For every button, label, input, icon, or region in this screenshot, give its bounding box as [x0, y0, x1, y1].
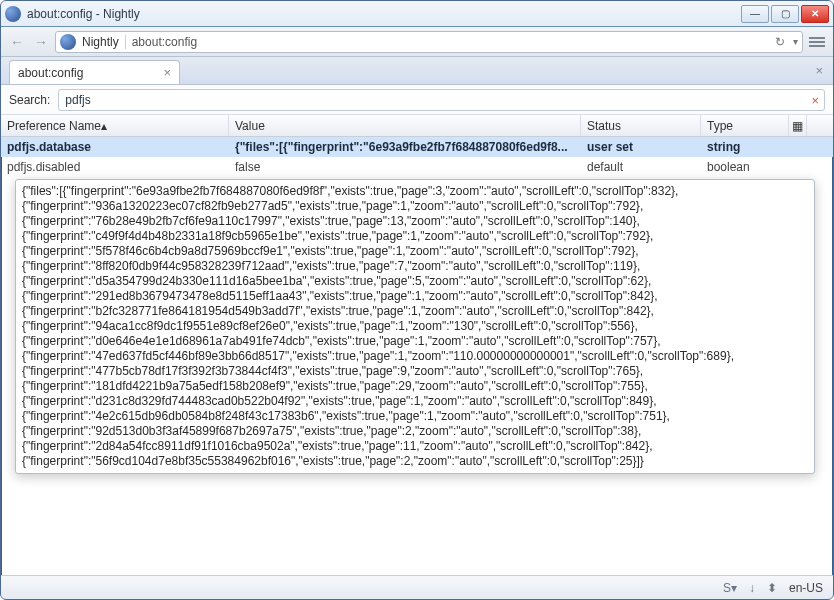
minimize-button[interactable]: — — [741, 5, 769, 23]
cell-status: user set — [581, 138, 701, 156]
urlbar-dropdown-icon[interactable]: ▾ — [793, 36, 798, 47]
close-button[interactable]: ✕ — [801, 5, 829, 23]
window-title: about:config - Nightly — [27, 7, 741, 21]
col-name-label: Preference Name — [7, 119, 101, 133]
search-box: × — [58, 89, 825, 111]
titlebar[interactable]: about:config - Nightly — ▢ ✕ — [1, 1, 833, 27]
tooltip-line: {"fingerprint":"92d513d0b3f3af45899f687b… — [22, 424, 808, 439]
identity-icon — [60, 34, 76, 50]
addon-s-icon[interactable]: S▾ — [723, 581, 737, 595]
cell-status: default — [581, 158, 701, 176]
tab-close-icon[interactable]: × — [163, 65, 171, 80]
locale-label: en-US — [789, 581, 823, 595]
search-label: Search: — [9, 93, 50, 107]
hamburger-menu-button[interactable] — [807, 32, 827, 52]
tooltip-line: {"fingerprint":"5f578f46c6b4cb9a8d75969b… — [22, 244, 808, 259]
tooltip-line: {"fingerprint":"8ff820f0db9f44c958328239… — [22, 259, 808, 274]
cell-type: boolean — [701, 158, 789, 176]
tooltip-line: {"fingerprint":"2d84a54fcc8911df91f1016c… — [22, 439, 808, 454]
col-status[interactable]: Status — [581, 115, 701, 136]
tooltip-line: {"fingerprint":"4e2c615db96db0584b8f248f… — [22, 409, 808, 424]
tooltip-line: {"fingerprint":"d5a354799d24b330e111d16a… — [22, 274, 808, 289]
status-bar: S▾ ↓ ⬍ en-US — [1, 575, 833, 599]
col-value[interactable]: Value — [229, 115, 581, 136]
window: about:config - Nightly — ▢ ✕ ← → Nightly… — [0, 0, 834, 600]
tab-label: about:config — [18, 66, 83, 80]
nav-toolbar: ← → Nightly about:config ↻ ▾ — [1, 27, 833, 57]
maximize-button[interactable]: ▢ — [771, 5, 799, 23]
forward-button[interactable]: → — [31, 32, 51, 52]
url-bar[interactable]: Nightly about:config ↻ ▾ — [55, 31, 803, 53]
config-search-row: Search: × — [1, 85, 833, 115]
table-row[interactable]: pdfjs.database {"files":[{"fingerprint":… — [1, 137, 833, 157]
secondary-close-icon[interactable]: × — [815, 63, 823, 78]
tooltip-line: {"fingerprint":"181dfd4221b9a75a5edf158b… — [22, 379, 808, 394]
url-text: about:config — [132, 35, 197, 49]
column-picker-button[interactable]: ▦ — [789, 115, 807, 136]
download-icon[interactable]: ↓ — [749, 581, 755, 595]
clear-search-icon[interactable]: × — [811, 93, 819, 108]
tooltip-line: {"fingerprint":"56f9cd104d7e8bf35c553849… — [22, 454, 808, 469]
back-button[interactable]: ← — [7, 32, 27, 52]
cell-value: false — [229, 158, 581, 176]
window-controls: — ▢ ✕ — [741, 5, 829, 23]
tooltip-line: {"fingerprint":"76b28e49b2fb7cf6fe9a110c… — [22, 214, 808, 229]
tooltip-line: {"fingerprint":"291ed8b3679473478e8d5115… — [22, 289, 808, 304]
tooltip-line: {"fingerprint":"936a1320223ec07cf82fb9eb… — [22, 199, 808, 214]
tooltip-line: {"files":[{"fingerprint":"6e93a9fbe2fb7f… — [22, 184, 808, 199]
urlbar-separator — [125, 35, 126, 49]
cell-type: string — [701, 138, 789, 156]
prefs-table-header: Preference Name ▴ Value Status Type ▦ — [1, 115, 833, 137]
tab-aboutconfig[interactable]: about:config × — [9, 60, 180, 84]
tooltip-line: {"fingerprint":"b2fc328771fe864181954d54… — [22, 304, 808, 319]
tab-strip: about:config × × — [1, 57, 833, 85]
tooltip-line: {"fingerprint":"d0e646e4e1e1d68961a7ab49… — [22, 334, 808, 349]
sort-indicator-icon: ▴ — [101, 119, 107, 133]
tooltip-line: {"fingerprint":"47ed637fd5cf446bf89e3bb6… — [22, 349, 808, 364]
cell-value: {"files":[{"fingerprint":"6e93a9fbe2fb7f… — [229, 138, 581, 156]
tooltip-line: {"fingerprint":"d231c8d329fd744483cad0b5… — [22, 394, 808, 409]
value-tooltip: {"files":[{"fingerprint":"6e93a9fbe2fb7f… — [15, 179, 815, 474]
col-preference-name[interactable]: Preference Name ▴ — [1, 115, 229, 136]
search-input[interactable] — [58, 89, 825, 111]
reload-button[interactable]: ↻ — [775, 35, 785, 49]
tooltip-line: {"fingerprint":"94aca1cc8f9dc1f9551e89cf… — [22, 319, 808, 334]
addon-icon[interactable]: ⬍ — [767, 581, 777, 595]
tooltip-line: {"fingerprint":"477b5cb78df17f3f392f3b73… — [22, 364, 808, 379]
identity-label: Nightly — [82, 35, 119, 49]
tooltip-line: {"fingerprint":"c49f9f4d4b48b2331a18f9cb… — [22, 229, 808, 244]
table-row[interactable]: pdfjs.disabled false default boolean — [1, 157, 833, 177]
cell-name: pdfjs.database — [1, 138, 229, 156]
cell-name: pdfjs.disabled — [1, 158, 229, 176]
prefs-table-body: pdfjs.database {"files":[{"fingerprint":… — [1, 137, 833, 177]
col-type[interactable]: Type — [701, 115, 789, 136]
firefox-icon — [5, 6, 21, 22]
